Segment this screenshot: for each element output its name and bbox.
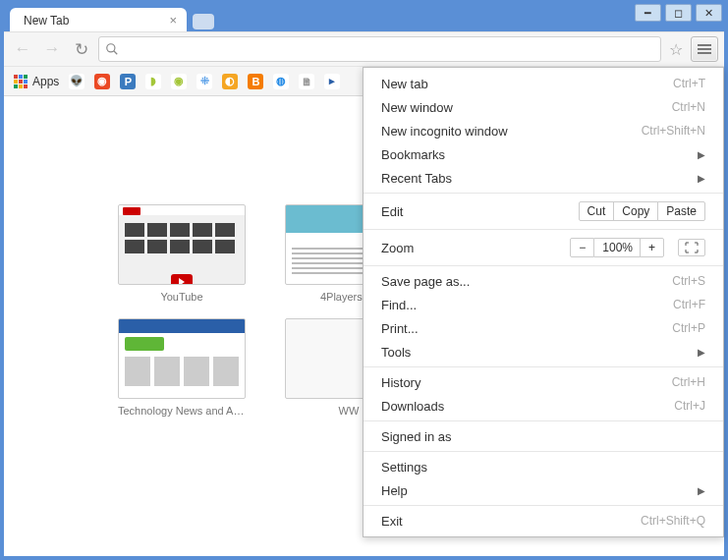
- bookmark-icon-reddit[interactable]: 👽: [69, 74, 84, 89]
- cut-button[interactable]: Cut: [579, 201, 615, 221]
- chevron-right-icon: ▶: [698, 149, 705, 160]
- zoom-button-group: − 100% +: [570, 238, 664, 257]
- apps-label: Apps: [32, 75, 59, 88]
- bookmark-icon-doc[interactable]: 🗎: [299, 74, 314, 89]
- window-controls: ━ ◻ ✕: [635, 4, 722, 22]
- fullscreen-button[interactable]: [678, 239, 705, 256]
- bookmark-icon-dots[interactable]: ⁜: [196, 74, 212, 89]
- menu-bookmarks[interactable]: Bookmarks▶: [364, 142, 723, 166]
- chevron-right-icon: ▶: [698, 347, 705, 358]
- tab-strip: New Tab ×: [10, 8, 214, 32]
- toolbar: ← → ↻ ☆: [4, 31, 724, 67]
- thumbnail-tile[interactable]: YouTube: [108, 204, 255, 303]
- thumbnail-label: Technology News and An...: [118, 405, 246, 417]
- zoom-in-button[interactable]: +: [640, 238, 664, 257]
- svg-point-0: [107, 44, 115, 52]
- zoom-value: 100%: [594, 238, 641, 257]
- new-tab-button[interactable]: [193, 14, 214, 29]
- menu-new-tab[interactable]: New tabCtrl+T: [364, 72, 723, 95]
- menu-save-page[interactable]: Save page as...Ctrl+S: [364, 269, 723, 293]
- edit-button-group: Cut Copy Paste: [579, 201, 705, 221]
- bookmark-icon-more[interactable]: ▸: [324, 74, 340, 89]
- bookmark-icon-stumble[interactable]: ◉: [94, 74, 110, 89]
- address-input[interactable]: [125, 42, 654, 57]
- chrome-menu-button[interactable]: [691, 36, 718, 62]
- menu-separator: [364, 505, 723, 506]
- tab-title: New Tab: [24, 14, 69, 28]
- omnibox[interactable]: [98, 36, 661, 62]
- bookmark-icon-android2[interactable]: ◉: [171, 74, 187, 89]
- paste-button[interactable]: Paste: [657, 201, 705, 221]
- menu-new-window[interactable]: New windowCtrl+N: [364, 95, 723, 119]
- bookmark-icon-blogger[interactable]: B: [248, 74, 263, 89]
- menu-tools[interactable]: Tools▶: [364, 340, 723, 364]
- reload-button[interactable]: ↻: [69, 36, 94, 62]
- bookmark-icon-android1[interactable]: ◗: [145, 74, 161, 89]
- menu-print[interactable]: Print...Ctrl+P: [364, 316, 723, 340]
- bookmark-icon-water[interactable]: ◍: [273, 74, 289, 89]
- browser-tab[interactable]: New Tab ×: [10, 8, 187, 32]
- forward-button[interactable]: →: [39, 36, 65, 62]
- search-icon: [105, 42, 119, 56]
- menu-recent-tabs[interactable]: Recent Tabs▶: [364, 166, 723, 190]
- menu-history[interactable]: HistoryCtrl+H: [364, 370, 723, 394]
- bookmark-icon-pandora[interactable]: P: [120, 74, 136, 89]
- thumbnail-tile[interactable]: Technology News and An...: [108, 318, 255, 417]
- menu-separator: [364, 451, 723, 452]
- menu-separator: [364, 265, 723, 266]
- svg-line-1: [114, 51, 118, 55]
- chevron-right-icon: ▶: [698, 485, 705, 496]
- fullscreen-icon: [685, 242, 699, 253]
- bookmark-icon-logo[interactable]: ◐: [222, 74, 238, 89]
- chrome-menu: New tabCtrl+T New windowCtrl+N New incog…: [363, 67, 724, 537]
- apps-shortcut[interactable]: Apps: [14, 75, 59, 88]
- menu-edit-row: Edit Cut Copy Paste: [364, 196, 723, 226]
- menu-separator: [364, 366, 723, 367]
- menu-separator: [364, 420, 723, 421]
- menu-new-incognito[interactable]: New incognito windowCtrl+Shift+N: [364, 119, 723, 142]
- menu-find[interactable]: Find...Ctrl+F: [364, 293, 723, 316]
- apps-grid-icon: [14, 75, 28, 88]
- menu-zoom-row: Zoom − 100% +: [364, 233, 723, 262]
- zoom-out-button[interactable]: −: [570, 238, 594, 257]
- play-icon: [171, 274, 193, 285]
- menu-separator: [364, 229, 723, 230]
- maximize-button[interactable]: ◻: [665, 4, 692, 22]
- menu-separator: [364, 193, 723, 194]
- back-button[interactable]: ←: [10, 36, 35, 62]
- close-window-button[interactable]: ✕: [696, 4, 722, 22]
- minimize-button[interactable]: ━: [635, 4, 661, 22]
- menu-exit[interactable]: ExitCtrl+Shift+Q: [364, 509, 723, 532]
- menu-downloads[interactable]: DownloadsCtrl+J: [364, 394, 723, 418]
- thumbnail-label: YouTube: [118, 291, 246, 303]
- close-tab-icon[interactable]: ×: [169, 13, 177, 28]
- bookmark-star-icon[interactable]: ☆: [665, 38, 687, 60]
- menu-help[interactable]: Help▶: [364, 478, 723, 502]
- chevron-right-icon: ▶: [698, 173, 705, 184]
- copy-button[interactable]: Copy: [613, 201, 658, 221]
- menu-settings[interactable]: Settings: [364, 455, 723, 478]
- menu-signed-in[interactable]: Signed in as: [364, 424, 723, 448]
- thumbnail-preview: [118, 318, 246, 399]
- thumbnail-preview: [118, 204, 246, 285]
